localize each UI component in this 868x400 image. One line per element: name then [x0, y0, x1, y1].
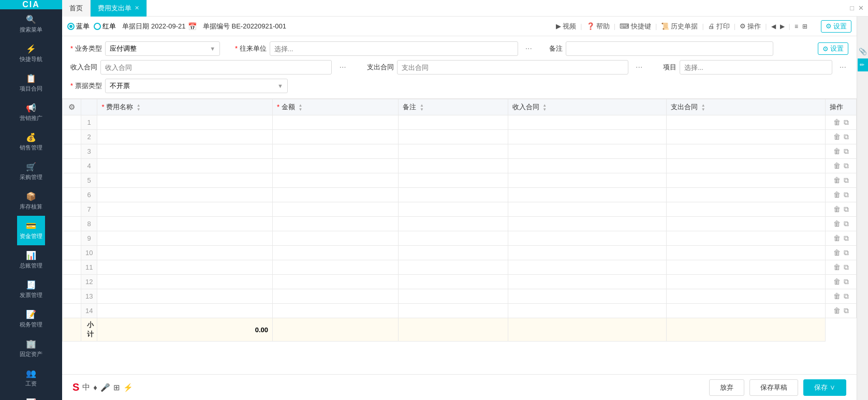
cell-expense-name-10[interactable]	[97, 246, 273, 260]
save-button[interactable]: 保存 ∨	[803, 379, 846, 396]
cell-amount-1[interactable]	[273, 115, 399, 130]
cell-note-13[interactable]	[399, 289, 508, 304]
cell-expense-contract-6[interactable]	[667, 188, 826, 202]
cell-income-contract-2[interactable]	[508, 130, 667, 144]
sidebar-item-project-contract[interactable]: 📋项目合同	[17, 68, 45, 98]
col-gear-icon[interactable]: ⚙	[68, 102, 75, 111]
copy-icon-3[interactable]: ⧉	[844, 147, 849, 156]
cell-expense-name-4[interactable]	[97, 159, 273, 173]
delete-icon-2[interactable]: 🗑	[833, 132, 841, 141]
sidebar-item-payroll[interactable]: 👥工资	[17, 363, 45, 393]
cell-amount-11[interactable]	[273, 260, 399, 275]
delete-icon-14[interactable]: 🗑	[833, 306, 841, 315]
cell-amount-8[interactable]	[273, 217, 399, 231]
cell-note-3[interactable]	[399, 144, 508, 159]
sidebar-item-quick-nav[interactable]: ⚡快捷导航	[17, 39, 45, 68]
ops-btn[interactable]: ⚙ 操作	[740, 22, 761, 31]
video-btn[interactable]: ▶ 视频	[556, 22, 576, 31]
cell-expense-contract-13[interactable]	[667, 289, 826, 304]
expense-contract-sort[interactable]: ▲▼	[701, 103, 705, 112]
blue-bill-radio[interactable]: 蓝单	[67, 22, 90, 31]
note-input[interactable]	[566, 41, 774, 56]
cell-amount-3[interactable]	[273, 144, 399, 159]
cell-expense-contract-12[interactable]	[667, 275, 826, 289]
income-contract-dots[interactable]: ···	[337, 63, 348, 72]
cell-expense-contract-8[interactable]	[667, 217, 826, 231]
copy-icon-9[interactable]: ⧉	[844, 234, 849, 243]
expense-name-sort[interactable]: ▲▼	[137, 103, 141, 112]
cell-amount-10[interactable]	[273, 246, 399, 260]
cell-note-2[interactable]	[399, 130, 508, 144]
cell-expense-contract-4[interactable]	[667, 159, 826, 173]
project-dots[interactable]: ···	[837, 63, 848, 72]
delete-icon-10[interactable]: 🗑	[833, 248, 841, 257]
delete-icon-11[interactable]: 🗑	[833, 263, 841, 272]
copy-icon-1[interactable]: ⧉	[844, 118, 849, 127]
partner-input[interactable]	[270, 41, 518, 56]
cell-note-8[interactable]	[399, 217, 508, 231]
delete-icon-3[interactable]: 🗑	[833, 147, 841, 156]
cell-income-contract-10[interactable]	[508, 246, 667, 260]
cell-expense-contract-1[interactable]	[667, 115, 826, 130]
copy-icon-2[interactable]: ⧉	[844, 132, 849, 141]
sidebar-item-tax-mgmt[interactable]: 📝税务管理	[17, 304, 45, 334]
cell-note-10[interactable]	[399, 246, 508, 260]
red-bill-radio[interactable]: 红单	[94, 22, 116, 31]
right-panel-paperclip-icon[interactable]: 📎	[859, 48, 867, 55]
history-btn[interactable]: 📜 历史单据	[661, 22, 698, 31]
cell-income-contract-4[interactable]	[508, 159, 667, 173]
cell-expense-name-2[interactable]	[97, 130, 273, 144]
income-contract-input[interactable]	[100, 60, 332, 75]
calendar-icon[interactable]: 📅	[188, 22, 197, 31]
cell-note-14[interactable]	[399, 304, 508, 318]
delete-icon-1[interactable]: 🗑	[833, 118, 841, 127]
right-panel-teal-tab[interactable]: ✏	[858, 58, 868, 71]
th-gear[interactable]: ⚙	[63, 99, 81, 115]
cell-expense-name-3[interactable]	[97, 144, 273, 159]
help-btn[interactable]: ❓ 帮助	[586, 22, 610, 31]
cell-expense-contract-2[interactable]	[667, 130, 826, 144]
bill-no-value[interactable]: BE-20220921-001	[232, 22, 287, 30]
copy-icon-7[interactable]: ⧉	[844, 205, 849, 214]
cell-expense-name-8[interactable]	[97, 217, 273, 231]
amount-sort[interactable]: ▲▼	[298, 103, 302, 112]
cell-note-11[interactable]	[399, 260, 508, 275]
cell-amount-12[interactable]	[273, 275, 399, 289]
delete-icon-5[interactable]: 🗑	[833, 176, 841, 185]
copy-icon-11[interactable]: ⧉	[844, 263, 849, 272]
cell-amount-14[interactable]	[273, 304, 399, 318]
sidebar-item-fixed-assets[interactable]: 🏢固定资产	[17, 334, 45, 363]
cell-amount-4[interactable]	[273, 159, 399, 173]
cell-note-6[interactable]	[399, 188, 508, 202]
delete-icon-13[interactable]: 🗑	[833, 292, 841, 301]
shortcut-btn[interactable]: ⌨ 快捷键	[620, 22, 651, 31]
biz-type-select[interactable]: 应付调整 ▼	[105, 41, 220, 56]
copy-icon-13[interactable]: ⧉	[844, 292, 849, 301]
date-value[interactable]: 2022-09-21	[151, 22, 186, 30]
cell-income-contract-13[interactable]	[508, 289, 667, 304]
cell-expense-name-14[interactable]	[97, 304, 273, 318]
cell-expense-name-12[interactable]	[97, 275, 273, 289]
sidebar-item-operations[interactable]: 📈经营管理	[17, 393, 45, 400]
sidebar-item-purchase-mgmt[interactable]: 🛒采购管理	[17, 157, 45, 186]
cell-amount-7[interactable]	[273, 202, 399, 217]
print-btn[interactable]: 🖨 打印	[708, 22, 730, 31]
cell-expense-name-9[interactable]	[97, 231, 273, 246]
delete-icon-12[interactable]: 🗑	[833, 277, 841, 286]
form-settings-btn[interactable]: ⚙ 设置	[818, 42, 848, 55]
note-sort[interactable]: ▲▼	[420, 103, 424, 112]
delete-icon-4[interactable]: 🗑	[833, 161, 841, 170]
cell-amount-9[interactable]	[273, 231, 399, 246]
tab-home[interactable]: 首页	[62, 0, 91, 17]
cell-income-contract-12[interactable]	[508, 275, 667, 289]
partner-dots[interactable]: ···	[523, 44, 534, 53]
cell-income-contract-3[interactable]	[508, 144, 667, 159]
copy-icon-12[interactable]: ⧉	[844, 277, 849, 286]
cell-income-contract-11[interactable]	[508, 260, 667, 275]
cell-expense-contract-7[interactable]	[667, 202, 826, 217]
cell-income-contract-9[interactable]	[508, 231, 667, 246]
delete-icon-8[interactable]: 🗑	[833, 219, 841, 228]
cell-amount-5[interactable]	[273, 173, 399, 188]
copy-icon-10[interactable]: ⧉	[844, 248, 849, 257]
cell-expense-name-6[interactable]	[97, 188, 273, 202]
